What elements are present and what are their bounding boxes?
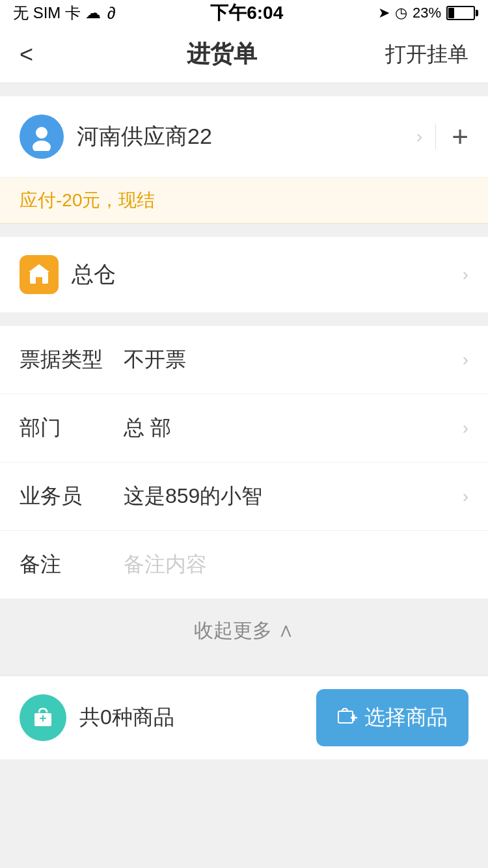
- warehouse-section: 总仓 ›: [0, 237, 488, 313]
- location-icon: ➤: [378, 5, 390, 21]
- page-background: [0, 759, 488, 868]
- dept-value: 总 部: [124, 414, 463, 442]
- nav-bar: < 进货单 打开挂单: [0, 26, 488, 83]
- warehouse-icon: [27, 263, 51, 286]
- warehouse-icon-bg: [20, 255, 59, 294]
- staff-chevron-icon: ›: [463, 486, 468, 507]
- battery-icon: [446, 6, 475, 20]
- dept-row[interactable]: 部门 总 部 ›: [0, 394, 488, 463]
- remark-label: 备注: [20, 550, 124, 579]
- staff-value: 这是859的小智: [124, 482, 463, 511]
- back-button[interactable]: <: [20, 41, 59, 68]
- warehouse-chevron-icon: ›: [463, 264, 468, 285]
- collapse-button[interactable]: 收起更多 ∧: [0, 599, 488, 662]
- svg-marker-3: [29, 264, 49, 272]
- ticket-chevron-icon: ›: [463, 349, 468, 370]
- goods-count-label: 共0种商品: [79, 703, 316, 732]
- supplier-avatar: [20, 115, 64, 159]
- status-left: 无 SIM 卡 ☁ ∂: [13, 3, 116, 23]
- ticket-type-value: 不开票: [124, 346, 463, 374]
- section-gap-2: [0, 224, 488, 237]
- section-gap-4: [0, 662, 488, 675]
- svg-rect-4: [36, 277, 42, 284]
- open-pending-button[interactable]: 打开挂单: [385, 40, 468, 69]
- supplier-name: 河南供应商22: [77, 122, 416, 152]
- supplier-section: 河南供应商22 › + 应付-20元，现结: [0, 96, 488, 224]
- section-gap-1: [0, 83, 488, 96]
- goods-icon: [30, 705, 56, 731]
- supplier-row[interactable]: 河南供应商22 › +: [0, 96, 488, 178]
- select-goods-icon: [337, 707, 358, 728]
- section-gap-3: [0, 313, 488, 326]
- notice-bar: 应付-20元，现结: [0, 178, 488, 224]
- svg-rect-7: [42, 715, 44, 722]
- ticket-type-label: 票据类型: [20, 346, 124, 374]
- remark-input[interactable]: 备注内容: [124, 550, 468, 579]
- warehouse-name: 总仓: [72, 260, 463, 290]
- status-time: 下午6:04: [210, 1, 283, 25]
- dept-chevron-icon: ›: [463, 418, 468, 439]
- add-supplier-button[interactable]: +: [452, 122, 468, 151]
- form-section: 票据类型 不开票 › 部门 总 部 › 业务员 这是859的小智 › 备注 备注…: [0, 326, 488, 599]
- remark-row[interactable]: 备注 备注内容: [0, 531, 488, 599]
- ticket-type-row[interactable]: 票据类型 不开票 ›: [0, 326, 488, 394]
- alarm-icon: ◷: [395, 5, 407, 21]
- goods-icon-bg: [20, 694, 66, 741]
- status-right: ➤ ◷ 23%: [378, 5, 475, 21]
- svg-point-1: [33, 141, 51, 151]
- select-goods-label: 选择商品: [364, 703, 448, 732]
- svg-point-0: [36, 127, 47, 139]
- collapse-label: 收起更多 ∧: [194, 617, 293, 644]
- status-bar: 无 SIM 卡 ☁ ∂ 下午6:04 ➤ ◷ 23%: [0, 0, 488, 26]
- staff-label: 业务员: [20, 482, 124, 511]
- select-goods-button[interactable]: 选择商品: [316, 689, 468, 746]
- page-title: 进货单: [187, 38, 257, 70]
- warehouse-row[interactable]: 总仓 ›: [0, 237, 488, 313]
- divider: [435, 124, 436, 150]
- battery-percent: 23%: [413, 5, 441, 21]
- dept-label: 部门: [20, 414, 124, 442]
- svg-rect-8: [338, 711, 353, 723]
- sim-label: 无 SIM 卡 ☁: [13, 3, 101, 23]
- supplier-chevron-icon: ›: [416, 126, 422, 147]
- bottom-action-row: 共0种商品 选择商品: [0, 675, 488, 759]
- person-icon: [27, 122, 56, 151]
- staff-row[interactable]: 业务员 这是859的小智 ›: [0, 463, 488, 531]
- wifi-icon: ∂: [107, 3, 116, 23]
